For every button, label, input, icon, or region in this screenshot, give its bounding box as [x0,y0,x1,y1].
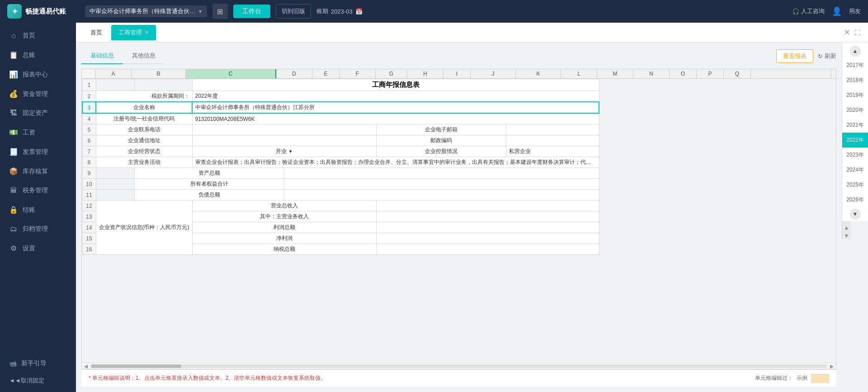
col-header-i: I [443,69,471,78]
cell-16e[interactable] [377,244,599,255]
sidebar-item-closing[interactable]: 🔒 结账 [0,200,76,220]
cell-2ab[interactable]: 税款所属期间： [96,91,192,102]
cell-6ab[interactable]: 企业通信地址 [96,135,192,146]
sidebar-item-archive[interactable]: 🗂 归档管理 [0,220,76,239]
cell-7c[interactable]: 开业 ▼ [192,146,377,157]
col-header-c: C [186,69,276,78]
tab-other-info[interactable]: 其他信息 [123,48,165,64]
sidebar-item-salary[interactable]: 💵 工资 [0,123,76,142]
collapse-up-icon[interactable]: ▲ [844,225,849,231]
cell-15e[interactable] [377,233,599,244]
right-collapse-panel[interactable]: ▲ ▼ [842,221,851,239]
switch-version-button[interactable]: 切到旧版 [276,4,311,19]
year-2017[interactable]: 2017年 [842,58,868,73]
scrollbar-track[interactable] [91,364,827,368]
cell-2c[interactable]: 2022年度 [192,91,599,102]
report-wrapper: 基础信息 其他信息 重置报表 ↻ 刷新 [76,43,842,392]
expand-icon[interactable]: ⛶ [854,29,861,36]
cell-10d[interactable] [284,179,599,190]
company-selector[interactable]: 中审众环会计师事务所（特殊普通合伙… ▼ [85,5,207,17]
year-2019[interactable]: 2019年 [842,88,868,103]
new-guide-item[interactable]: 📹 新手引导 [0,354,76,373]
year-2018[interactable]: 2018年 [842,73,868,88]
spreadsheet-body[interactable]: 1 工商年报信息表 2 税款所属期间： 2022年度 [82,79,836,363]
cell-13e[interactable] [377,211,599,222]
tab-business[interactable]: 工商管理 ✕ [111,25,156,40]
cell-5l[interactable] [506,124,599,135]
year-2025[interactable]: 2025年 [842,177,868,192]
cell-16c[interactable]: 纳税总额 [192,244,377,255]
scrollbar-thumb[interactable] [91,364,181,368]
service-btn[interactable]: 🎧 人工咨询 [792,7,825,15]
cell-4ab[interactable]: 注册号/统一社会信用代码 [96,113,192,124]
sidebar-item-reports[interactable]: 📊 报表中心 [0,65,76,84]
cell-15c[interactable]: 净利润 [192,233,377,244]
sidebar-item-home[interactable]: ⌂ 首页 [0,26,76,45]
tab-basic-info[interactable]: 基础信息 [81,48,123,64]
cell-11bc[interactable]: 负债总额 [134,190,284,201]
year-2022[interactable]: 2022年 [842,133,868,148]
sidebar-item-settings[interactable]: ⚙ 设置 [0,239,76,258]
company-icon-btn[interactable]: ⊞ [212,4,228,19]
horizontal-scrollbar[interactable]: ◄ ► [82,363,836,369]
cell-6c[interactable] [192,135,377,146]
cell-10a[interactable] [96,179,134,190]
cell-4c[interactable]: 91320100MA208E5W6K [192,113,599,124]
cell-9d[interactable] [284,168,599,179]
cell-11a[interactable] [96,190,134,201]
refresh-button[interactable]: ↻ 刷新 [818,52,836,60]
sidebar-label-ledger: 总账 [23,51,35,59]
sidebar-item-ledger[interactable]: 📋 总账 [0,45,76,65]
year-2020[interactable]: 2020年 [842,103,868,118]
cell-9a[interactable] [96,168,134,179]
user-label: 用友 [849,7,861,15]
cell-3ab[interactable]: 企业名称 [96,102,192,113]
cell-10bc[interactable]: 所有者权益合计 [134,179,284,190]
cell-14c[interactable]: 利润总额 [192,222,377,233]
year-down-btn[interactable]: ▼ [850,209,861,220]
cell-14e[interactable] [377,222,599,233]
cell-7ab[interactable]: 企业经营状态 [96,146,192,157]
close-icon[interactable]: ✕ [844,28,850,37]
sidebar-item-assets[interactable]: 🏗 固定资产 [0,104,76,123]
cell-6l[interactable] [506,135,599,146]
year-2023[interactable]: 2023年 [842,148,868,163]
col-header-p: P [697,69,724,78]
cell-12ab[interactable]: 企业资产状况信息(币种：人民币万元) [96,201,192,255]
reset-report-button[interactable]: 重置报表 [776,49,813,63]
cell-8ab[interactable]: 主营业务活动 [96,157,192,168]
cell-5c[interactable] [192,124,377,135]
cell-11d[interactable] [284,190,599,201]
cell-12c[interactable]: 营业总收入 [192,201,377,211]
calendar-icon[interactable]: 📅 [355,8,363,15]
year-2024[interactable]: 2024年 [842,163,868,177]
cell-8c[interactable]: 审查企业会计报表；出具审计报告；验证企业资本；出具验资报告；办理企业合并、分立、… [192,157,599,168]
cell-1a[interactable] [96,79,134,91]
cell-3c[interactable]: 中审众环会计师事务所（特殊普通合伙）江苏分所 [192,102,599,113]
year-2026[interactable]: 2026年 [842,192,868,207]
scroll-right-icon[interactable]: ► [829,363,835,370]
sidebar-item-funds[interactable]: 💰 资金管理 [0,84,76,104]
tab-close-icon[interactable]: ✕ [145,29,149,35]
unpin-btn[interactable]: ◄◄取消固定 [0,373,76,388]
invoice-icon: 🧾 [9,148,18,156]
bottom-right: 单元格编辑过： 示例 [755,374,829,383]
scroll-left-icon[interactable]: ◄ [83,363,89,370]
sidebar-item-invoice[interactable]: 🧾 发票管理 [0,142,76,162]
cell-9bc[interactable]: 资产总额 [134,168,284,179]
collapse-down-icon[interactable]: ▼ [844,233,849,239]
sidebar-item-tax[interactable]: 🏛 税务管理 [0,181,76,200]
bottom-bar: * 单元格编辑说明：1、点击单元格直接录入数值或文本。2、清空单元格数值或文本恢… [81,369,836,387]
row-num-7: 7 [82,146,96,157]
tab-home[interactable]: 首页 [83,25,109,40]
cell-7l[interactable]: 私营企业 [506,146,599,157]
cell-13c[interactable]: 其中：主营业务收入 [192,211,377,222]
cell-1b[interactable] [134,79,192,91]
cell-5ab[interactable]: 企业联系电话 [96,124,192,135]
period-label: 账期 [316,7,328,15]
cell-12e[interactable] [377,201,599,211]
workbench-button[interactable]: 工作台 [233,5,270,18]
year-up-btn[interactable]: ▲ [850,46,861,57]
year-2021[interactable]: 2021年 [842,118,868,133]
sidebar-item-inventory[interactable]: 📦 库存核算 [0,162,76,181]
